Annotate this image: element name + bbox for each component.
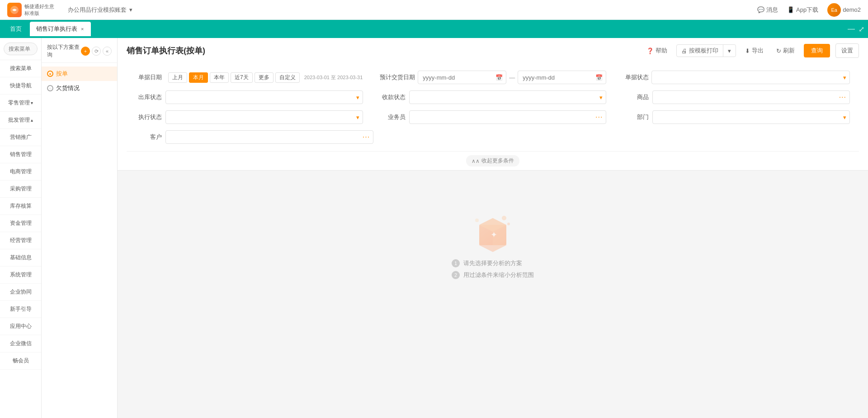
filter-area: 单据日期 上月 本月 本年 近7天 更多 自定义 2023-03-01 至 20… xyxy=(127,63,859,151)
sidebar-item-wholesale-mgmt[interactable]: 批发管理 ▴ xyxy=(0,112,41,129)
sidebar-item-label: 企业微信 xyxy=(10,340,32,347)
department-select[interactable] xyxy=(652,110,850,124)
expected-delivery-range: 📅 — 📅 xyxy=(418,71,606,84)
sidebar-item-search-menu[interactable]: 搜索菜单 xyxy=(0,60,41,77)
sidebar-item-basic-info[interactable]: 基础信息 xyxy=(0,249,41,266)
payment-status-control: ▾ xyxy=(409,90,607,104)
filter-execution-status: 执行状态 ▾ xyxy=(136,110,363,124)
svg-point-7 xyxy=(507,223,510,225)
settings-label: 设置 xyxy=(841,47,853,55)
sidebar-item-inventory-mgmt[interactable]: 库存核算 xyxy=(0,198,41,215)
settings-button[interactable]: 设置 xyxy=(835,43,859,58)
user-menu[interactable]: Ea demo2 xyxy=(827,3,861,17)
user-label: demo2 xyxy=(843,6,861,13)
sidebar-item-quick-nav[interactable]: 快捷导航 xyxy=(0,77,41,95)
help-button[interactable]: ❓ 帮助 xyxy=(643,45,671,57)
custom-btn[interactable]: 自定义 xyxy=(275,72,300,83)
status-control: ▾ xyxy=(651,71,850,84)
filter-row-2: 出库状态 ▾ 收款状态 ▾ xyxy=(136,90,850,104)
sidebar-item-ecommerce-mgmt[interactable]: 电商管理 xyxy=(0,163,41,180)
sidebar-item-new-user-guide[interactable]: 新手引导 xyxy=(0,301,41,318)
this-year-btn[interactable]: 本年 xyxy=(210,72,229,83)
sidebar-item-finance-mgmt[interactable]: 资金管理 xyxy=(0,215,41,232)
refresh-button[interactable]: ↻ 刷新 xyxy=(773,45,798,57)
collapse-button[interactable]: ∧∧ 收起更多条件 xyxy=(466,155,519,166)
scheme-item-arrears[interactable]: ○ 欠货情况 xyxy=(42,81,117,95)
refresh-scheme-button[interactable]: ⟳ xyxy=(92,47,101,56)
sidebar: 搜索菜单 快捷导航 零售管理 ▾ 批发管理 ▴ 营销推广 销售管理 电商管理 采… xyxy=(0,38,42,418)
tip-num-2: 2 xyxy=(452,271,460,279)
sidebar-item-label: 采购管理 xyxy=(10,185,32,192)
export-button[interactable]: ⬇ 导出 xyxy=(741,45,767,57)
logo-icon xyxy=(7,3,22,17)
template-print-button[interactable]: 🖨 按模板打印 xyxy=(677,45,723,57)
sidebar-item-enterprise-collab[interactable]: 企业协同 xyxy=(0,284,41,301)
date-range-hint: 2023-03-01 至 2023-03-31 xyxy=(304,74,363,81)
collapse-row: ∧∧ 收起更多条件 xyxy=(127,151,859,170)
last-7-days-btn[interactable]: 近7天 xyxy=(231,72,253,83)
sidebar-item-label: 企业协同 xyxy=(10,289,32,295)
empty-tip-2: 2 用过滤条件来缩小分析范围 xyxy=(452,271,534,279)
delivery-date-to-wrap: 📅 xyxy=(518,71,606,84)
filter-payment-status: 收款状态 ▾ xyxy=(379,90,607,104)
svg-point-8 xyxy=(475,218,479,222)
more-btn[interactable]: 更多 xyxy=(255,72,274,83)
sidebar-item-purchase-mgmt[interactable]: 采购管理 xyxy=(0,180,41,198)
empty-illustration: ✦ xyxy=(470,207,515,252)
search-input[interactable] xyxy=(4,43,38,55)
sidebar-item-sys-mgmt[interactable]: 系统管理 xyxy=(0,266,41,284)
collapse-up-icon: ∧∧ xyxy=(472,158,480,164)
page-header: 销售订单执行表(按单) ❓ 帮助 🖨 按模板打印 ▾ xyxy=(118,38,868,171)
sidebar-item-retail-mgmt[interactable]: 零售管理 ▾ xyxy=(0,95,41,112)
collapse-panel-button[interactable]: « xyxy=(103,47,112,56)
customer-input[interactable] xyxy=(165,130,373,144)
tab-close-icon[interactable]: × xyxy=(80,25,85,33)
salesperson-control: ··· xyxy=(409,110,607,124)
this-month-btn[interactable]: 本月 xyxy=(189,72,208,83)
sidebar-item-label: 基础信息 xyxy=(10,254,32,261)
delivery-status-label: 出库状态 xyxy=(136,93,162,101)
calendar-icon: 📅 xyxy=(595,74,603,81)
delivery-date-from[interactable] xyxy=(418,71,506,84)
sidebar-item-app-center[interactable]: 应用中心 xyxy=(0,318,41,335)
delivery-date-to[interactable] xyxy=(518,71,606,84)
logo-text: 畅捷通好生意 标准版 xyxy=(24,3,54,16)
logo-area: 畅捷通好生意 标准版 xyxy=(7,3,54,17)
help-label: 帮助 xyxy=(656,47,667,55)
sidebar-item-member[interactable]: 畅会员 xyxy=(0,352,41,370)
filter-goods: 商品 ··· xyxy=(623,90,850,104)
scheme-item-press-order[interactable]: ● 按单 xyxy=(42,66,117,81)
nav-tabs-bar: 首页 销售订单执行表 × — ⤢ xyxy=(0,20,868,38)
window-minimize-icon[interactable]: — xyxy=(848,25,855,33)
last-month-btn[interactable]: 上月 xyxy=(168,72,187,83)
goods-input[interactable] xyxy=(652,90,850,104)
top-header: 畅捷通好生意 标准版 办公用品行业模拟账套 ▾ 💬 消息 📱 App下载 Ea … xyxy=(0,0,868,20)
department-label: 部门 xyxy=(623,113,649,121)
query-button[interactable]: 查询 xyxy=(804,44,830,57)
empty-tip-1: 1 请先选择要分析的方案 xyxy=(452,259,534,267)
sidebar-item-operations-mgmt[interactable]: 经营管理 xyxy=(0,232,41,249)
sidebar-item-marketing[interactable]: 营销推广 xyxy=(0,129,41,146)
delivery-date-from-wrap: 📅 xyxy=(418,71,506,84)
sidebar-item-label: 搜索菜单 xyxy=(10,65,32,71)
app-download-button[interactable]: 📱 App下载 xyxy=(787,6,818,14)
payment-status-select[interactable] xyxy=(409,90,607,104)
add-scheme-button[interactable]: + xyxy=(81,47,90,56)
left-panel-header: 按以下方案查询 + ⟳ « xyxy=(42,43,117,63)
sidebar-item-sales-mgmt[interactable]: 销售管理 xyxy=(0,146,41,163)
sidebar-item-enterprise-wechat[interactable]: 企业微信 xyxy=(0,335,41,352)
page-title: 销售订单执行表(按单) xyxy=(127,45,205,56)
status-select[interactable] xyxy=(651,71,850,84)
delivery-status-select[interactable] xyxy=(165,90,363,104)
message-button[interactable]: 💬 消息 xyxy=(757,6,778,14)
tab-home[interactable]: 首页 xyxy=(4,22,28,36)
chevron-up-icon: ▴ xyxy=(31,118,33,123)
salesperson-input[interactable] xyxy=(409,110,607,124)
execution-status-select[interactable] xyxy=(165,110,363,124)
sidebar-item-label: 库存核算 xyxy=(10,203,32,209)
template-print-dropdown[interactable]: ▾ xyxy=(723,46,736,56)
breadcrumb[interactable]: 办公用品行业模拟账套 ▾ xyxy=(68,6,132,14)
tab-sales-order[interactable]: 销售订单执行表 × xyxy=(30,22,91,36)
refresh-icon: ↻ xyxy=(776,48,781,54)
window-maximize-icon[interactable]: ⤢ xyxy=(859,25,864,33)
